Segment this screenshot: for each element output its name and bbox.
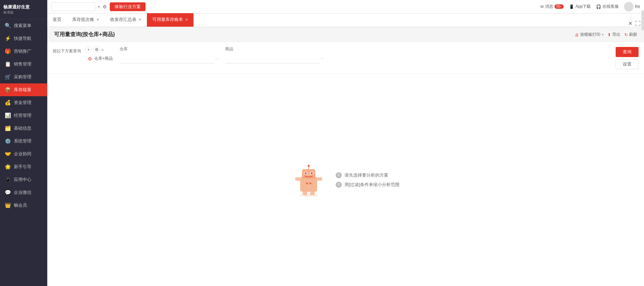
tab-batch-account[interactable]: 库存批次账✕ (67, 13, 105, 27)
export-button[interactable]: ⬆ 导出 (608, 32, 620, 37)
filter-bar: 按以下方案查询 ＋ ⚙ « ⚙ 仓库+商品 仓库 ··· (47, 42, 644, 74)
svg-rect-10 (295, 177, 301, 181)
trial-industry-button[interactable]: 体验行业方案 (110, 2, 146, 11)
sidebar-icon-shortcut: ⚡ (5, 35, 11, 42)
sidebar-item-operation[interactable]: 📊经营管理 (0, 109, 47, 122)
sidebar-item-appstore[interactable]: 📱应用中心 (0, 173, 47, 186)
filter-scheme-list: ＋ ⚙ « ⚙ 仓库+商品 (85, 46, 115, 63)
topbar-chevron-icon[interactable]: ▾ (98, 4, 100, 9)
sidebar-label-system: 系统管理 (14, 138, 31, 144)
app-name: 畅康通好生意 (3, 4, 44, 10)
tabbar: 首页库存批次账✕收发存汇总表✕可用量库存账本✕ ✕ ⛶ (47, 14, 644, 27)
print-icon: 🖨 (575, 32, 579, 37)
app-download-button[interactable]: 📱 App下载 (569, 4, 591, 9)
page-title: 可用量查询(按仓库+商品) (54, 31, 115, 38)
warehouse-more-button[interactable]: ··· (215, 56, 218, 60)
sidebar-item-shortcut[interactable]: ⚡快捷导航 (0, 32, 47, 45)
sidebar-label-shortcut: 快捷导航 (14, 35, 31, 42)
sidebar-icon-finance: 💰 (5, 100, 11, 106)
topbar-search-input[interactable] (51, 2, 95, 11)
sidebar-label-finance: 资金管理 (14, 100, 31, 106)
scheme-item-warehouse-product[interactable]: ⚙ 仓库+商品 (85, 54, 115, 63)
empty-hints: ① 请先选择要分析的方案 ② 用[过滤]条件来缩小分析范围 (336, 172, 400, 188)
hint-text-1: 请先选择要分析的方案 (344, 172, 388, 178)
app-sub: 标准版 (3, 10, 44, 15)
warehouse-input[interactable] (120, 53, 214, 63)
app-download-label: App下载 (575, 4, 591, 9)
sidebar-item-marketing[interactable]: 🎁营销推广 (0, 45, 47, 58)
print-chevron-icon[interactable]: ▾ (602, 33, 603, 36)
add-scheme-button[interactable]: ＋ (85, 46, 92, 53)
refresh-button[interactable]: ↻ 刷新 (624, 32, 637, 37)
settings-scheme-button[interactable]: ⚙ (93, 46, 100, 53)
hint-num-1: ① (336, 172, 342, 178)
filter-fields: 仓库 ··· 商品 ··· (120, 46, 612, 63)
sidebar-item-system[interactable]: ⚙️系统管理 (0, 135, 47, 148)
sidebar-label-inventory: 库存核算 (14, 87, 31, 93)
refresh-icon: ↻ (624, 32, 628, 37)
empty-robot-illustration (292, 163, 326, 197)
query-button[interactable]: 查询 (616, 47, 639, 57)
hint-num-2: ② (336, 182, 342, 188)
tab-close-collect-summary[interactable]: ✕ (138, 18, 141, 22)
print-label: 按模板打印 (580, 32, 600, 37)
user-area[interactable]: Rit (624, 2, 640, 11)
page-header: 可用量查询(按仓库+商品) 🖨 按模板打印 ▾ ⬆ 导出 ↻ 刷新 (47, 27, 644, 42)
sidebar-item-finance[interactable]: 💰资金管理 (0, 96, 47, 109)
tab-collect-summary[interactable]: 收发存汇总表✕ (105, 13, 147, 27)
tab-available-inventory[interactable]: 可用量库存账本✕ (147, 13, 194, 27)
sidebar-icon-enterprise: 🤝 (5, 151, 11, 157)
warehouse-label: 仓库 (120, 46, 218, 52)
collapse-icon[interactable]: « (101, 47, 104, 52)
sidebar-item-member[interactable]: 👑畅会员 (0, 199, 47, 212)
tab-label-available-inventory: 可用量库存账本 (152, 17, 183, 23)
scheme-item-label: 仓库+商品 (94, 56, 113, 61)
sidebar-icon-appstore: 📱 (5, 177, 11, 183)
empty-state-content: ① 请先选择要分析的方案 ② 用[过滤]条件来缩小分析范围 (292, 163, 400, 197)
product-more-button[interactable]: ··· (321, 56, 324, 60)
settings-button[interactable]: 设置 (616, 59, 639, 69)
message-button[interactable]: ✉ 消息 99+ (540, 4, 564, 9)
sidebar-item-wechat[interactable]: 💬企业微信 (0, 186, 47, 199)
online-service-button[interactable]: 🎧 在线客服 (596, 4, 619, 9)
sidebar-icon-wechat: 💬 (5, 189, 11, 196)
sidebar-item-newbie[interactable]: 🌟新手引导 (0, 160, 47, 173)
sidebar-icon-marketing: 🎁 (5, 48, 11, 54)
user-label: Rit (635, 4, 640, 9)
sidebar-label-basics: 基础信息 (14, 125, 31, 131)
sidebar-item-search[interactable]: 🔍搜索菜单 (0, 19, 47, 32)
sidebar-label-marketing: 营销推广 (14, 48, 31, 54)
sidebar-item-purchase[interactable]: 🛒采购管理 (0, 71, 47, 83)
sidebar-item-sales[interactable]: 📋销售管理 (0, 58, 47, 71)
sidebar-item-enterprise[interactable]: 🤝企业协同 (0, 148, 47, 160)
warehouse-field: 仓库 ··· (120, 46, 218, 63)
content-area: 按以下方案查询 ＋ ⚙ « ⚙ 仓库+商品 仓库 ··· (47, 42, 644, 286)
sidebar-label-sales: 销售管理 (14, 61, 31, 67)
sidebar-icon-sales: 📋 (5, 61, 11, 67)
sidebar-icon-operation: 📊 (5, 112, 11, 119)
tab-close-available-inventory[interactable]: ✕ (185, 18, 188, 22)
sidebar-label-purchase: 采购管理 (14, 74, 31, 80)
sidebar-label-member: 畅会员 (14, 202, 27, 208)
sidebar-icon-member: 👑 (5, 202, 11, 208)
product-input[interactable] (225, 53, 320, 63)
sidebar-item-basics[interactable]: 🗂️基础信息 (0, 122, 47, 135)
empty-state: ① 请先选择要分析的方案 ② 用[过滤]条件来缩小分析范围 (47, 74, 644, 286)
empty-hint-2: ② 用[过滤]条件来缩小分析范围 (336, 182, 400, 188)
svg-point-7 (308, 165, 310, 167)
filter-scheme-header: ＋ ⚙ « (85, 46, 115, 53)
topbar-gear-icon[interactable]: ⚙ (103, 4, 107, 9)
print-button[interactable]: 🖨 按模板打印 ▾ (575, 32, 603, 37)
sidebar-item-inventory[interactable]: 📦库存核算 (0, 83, 47, 96)
sidebar-scroll: 🔍搜索菜单⚡快捷导航🎁营销推广📋销售管理🛒采购管理📦库存核算💰资金管理📊经营管理… (0, 19, 47, 286)
svg-rect-5 (311, 172, 313, 174)
svg-rect-11 (317, 177, 322, 181)
online-service-icon: 🎧 (596, 4, 601, 9)
tab-close-batch-account[interactable]: ✕ (96, 18, 99, 22)
tab-home[interactable]: 首页 (47, 13, 67, 27)
export-icon: ⬆ (608, 32, 611, 37)
close-tab-icon[interactable]: ✕ (628, 20, 633, 27)
maximize-icon[interactable]: ⛶ (635, 21, 641, 27)
message-icon: ✉ (540, 4, 544, 9)
product-label: 商品 (225, 46, 324, 52)
